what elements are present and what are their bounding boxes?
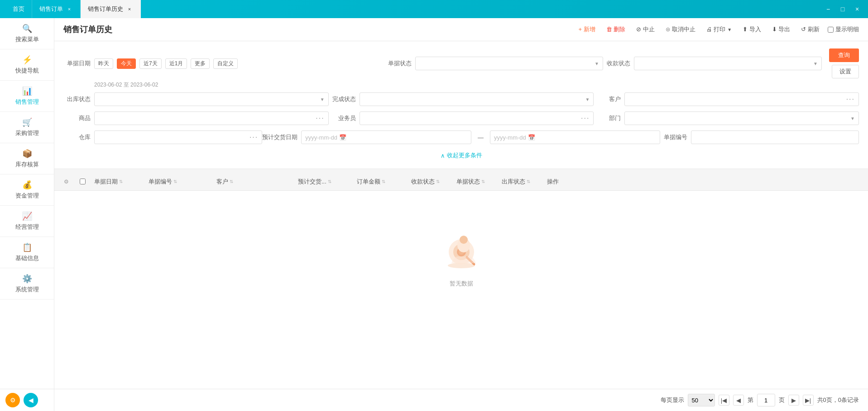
salesperson-input[interactable]: ··· — [360, 111, 594, 125]
sidebar-item-inventory[interactable]: 📦 库存核算 — [0, 143, 54, 174]
th-amount-label: 订单金额 — [357, 178, 380, 186]
complete-arrow-icon: ▼ — [585, 97, 590, 102]
sidebar-item-finance[interactable]: 💰 资金管理 — [0, 174, 54, 206]
select-all-checkbox[interactable] — [80, 179, 86, 184]
salesperson-label: 业务员 — [329, 114, 356, 122]
th-payment-status[interactable]: 收款状态 ⇅ — [408, 178, 453, 186]
delivery-from-cal-icon: 📅 — [339, 134, 346, 141]
date-label: 单据日期 — [63, 59, 91, 68]
minimize-btn[interactable]: − — [823, 4, 834, 15]
page-header: 销售订单历史 + 新增 🗑 删除 ⊘ 中止 ⊙ 取消中止 🖨 打印 ▼ — [54, 18, 868, 41]
order-status-label: 单据状态 — [384, 59, 412, 68]
payment-status-arrow-icon: ▼ — [813, 61, 818, 66]
import-btn-label: ⬆ 导入 — [743, 25, 761, 34]
filter-department: 部门 ▼ — [594, 111, 859, 125]
tab-sales-order[interactable]: 销售订单 × — [32, 0, 81, 18]
th-date-sort-icon: ⇅ — [119, 179, 123, 184]
date-custom-btn[interactable]: 自定义 — [213, 58, 238, 69]
sidebar-collapse-btn[interactable]: ◀ — [24, 393, 38, 407]
collapse-bar[interactable]: ∧ 收起更多条件 — [63, 150, 859, 161]
outbound-status-select[interactable]: ▼ — [94, 92, 329, 106]
close-btn[interactable]: × — [852, 4, 863, 15]
page-first-btn[interactable]: |◀ — [719, 395, 729, 406]
settings-btn[interactable]: 设置 — [832, 65, 859, 78]
order-num-input[interactable] — [691, 131, 859, 144]
customer-input[interactable]: ··· — [624, 92, 859, 106]
warehouse-input[interactable]: ··· — [94, 131, 262, 144]
filter-salesperson: 业务员 ··· — [329, 111, 594, 125]
tab-sales-history-close[interactable]: × — [126, 5, 133, 13]
sidebar-item-basic-label: 基础信息 — [15, 254, 39, 262]
date-7days-btn[interactable]: 近7天 — [139, 58, 162, 69]
th-num[interactable]: 单据编号 ⇅ — [145, 178, 213, 186]
sidebar-item-purchase[interactable]: 🛒 采购管理 — [0, 112, 54, 143]
th-delivery[interactable]: 预计交货... ⇅ — [294, 178, 353, 186]
stop-btn[interactable]: ⊘ 中止 — [633, 24, 657, 35]
th-amount-sort-icon: ⇅ — [382, 179, 385, 184]
payment-status-select[interactable]: ▼ — [634, 57, 822, 70]
page-next-btn[interactable]: ▶ — [788, 395, 799, 406]
new-btn[interactable]: + 新增 — [576, 24, 598, 35]
filter-complete-status: 完成状态 ▼ — [329, 92, 594, 106]
complete-status-select[interactable]: ▼ — [360, 92, 594, 106]
tab-home[interactable]: 首页 — [5, 0, 32, 18]
tab-home-label: 首页 — [13, 5, 24, 13]
cancel-stop-btn[interactable]: ⊙ 取消中止 — [663, 24, 698, 35]
delete-btn-label: 🗑 删除 — [606, 25, 626, 34]
delivery-to-cal-icon: 📅 — [528, 134, 535, 141]
product-label: 商品 — [63, 114, 91, 122]
filter-outbound-status: 出库状态 ▼ — [63, 92, 329, 106]
sidebar-item-system[interactable]: ⚙️ 系统管理 — [0, 268, 54, 300]
product-input[interactable]: ··· — [94, 111, 329, 125]
page-input[interactable] — [757, 394, 775, 406]
th-amount[interactable]: 订单金额 ⇅ — [353, 178, 408, 186]
print-btn[interactable]: 🖨 打印 ▼ — [704, 24, 735, 35]
th-order-status-label: 单据状态 — [456, 178, 480, 186]
refresh-btn[interactable]: ↺ 刷新 — [798, 24, 822, 35]
maximize-btn[interactable]: □ — [837, 4, 848, 15]
show-detail-checkbox[interactable]: 显示明细 — [828, 25, 859, 34]
th-outbound-status[interactable]: 出库状态 ⇅ — [498, 178, 543, 186]
sidebar-item-sales[interactable]: 📊 销售管理 — [0, 81, 54, 112]
query-btn[interactable]: 查询 — [829, 48, 859, 62]
system-icon: ⚙️ — [22, 274, 32, 284]
delete-btn[interactable]: 🗑 删除 — [604, 24, 628, 35]
delivery-date-from[interactable]: yyyy-mm-dd 📅 — [301, 131, 471, 144]
export-btn[interactable]: ⬇ 导出 — [769, 24, 793, 35]
sidebar-item-search[interactable]: 🔍 搜索菜单 — [0, 18, 54, 49]
date-1month-btn[interactable]: 近1月 — [165, 58, 187, 69]
sidebar-settings-btn[interactable]: ⚙ — [5, 393, 20, 407]
th-customer[interactable]: 客户 ⇅ — [213, 178, 294, 186]
th-date[interactable]: 单据日期 ⇅ — [91, 178, 145, 186]
sidebar-item-purchase-label: 采购管理 — [15, 129, 39, 137]
order-status-select[interactable]: ▼ — [415, 57, 603, 70]
cancel-stop-btn-label: ⊙ 取消中止 — [666, 25, 695, 34]
show-detail-label: 显示明细 — [835, 25, 859, 34]
collapse-up-icon: ∧ — [441, 152, 445, 159]
date-today-btn[interactable]: 今天 — [117, 58, 136, 69]
table-header: ⚙ 单据日期 ⇅ 单据编号 ⇅ 客户 ⇅ 预计交货... — [54, 173, 868, 191]
page-prev-btn[interactable]: ◀ — [733, 395, 744, 406]
sales-icon: 📊 — [22, 86, 32, 96]
page-last-btn[interactable]: ▶| — [803, 395, 814, 406]
import-btn[interactable]: ⬆ 导入 — [740, 24, 764, 35]
tab-sales-order-close[interactable]: × — [66, 5, 73, 13]
th-num-label: 单据编号 — [149, 178, 172, 186]
th-date-label: 单据日期 — [94, 178, 118, 186]
show-detail-input[interactable] — [828, 27, 834, 33]
date-yesterday-btn[interactable]: 昨天 — [94, 58, 113, 69]
per-page-select[interactable]: 50 20 100 — [688, 394, 715, 406]
th-settings[interactable]: ⚙ — [58, 179, 74, 185]
sidebar-item-basic[interactable]: 📋 基础信息 — [0, 237, 54, 268]
th-checkbox[interactable] — [74, 179, 91, 184]
delivery-date-to[interactable]: yyyy-mm-dd 📅 — [490, 131, 660, 144]
sidebar-item-nav[interactable]: ⚡ 快捷导航 — [0, 49, 54, 81]
tab-sales-history[interactable]: 销售订单历史 × — [81, 0, 141, 18]
page-label: 第 — [748, 396, 753, 404]
th-order-status[interactable]: 单据状态 ⇅ — [453, 178, 498, 186]
query-btn-area: 查询 设置 — [829, 48, 859, 78]
date-more-btn[interactable]: 更多 — [191, 58, 210, 69]
sidebar-item-operation[interactable]: 📈 经营管理 — [0, 206, 54, 237]
department-select[interactable]: ▼ — [624, 111, 859, 125]
warehouse-dots-icon: ··· — [249, 133, 258, 141]
